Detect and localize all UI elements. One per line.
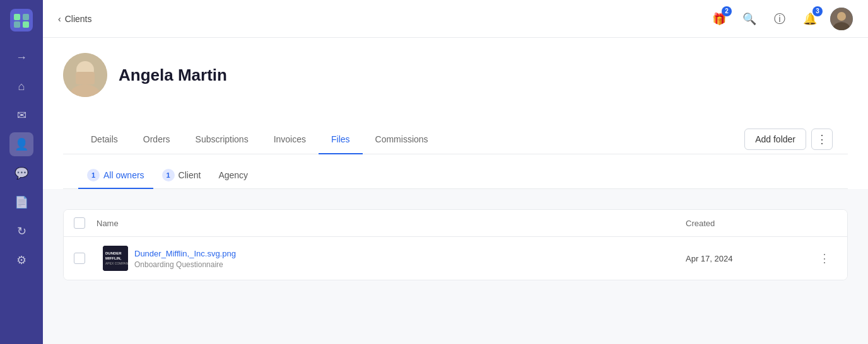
notifications-badge: 3 <box>812 6 823 16</box>
file-thumbnail: DUNDER MIFFLIN, APEX COMPANY <box>103 246 128 271</box>
sync-icon[interactable]: ↻ <box>9 219 33 243</box>
client-section: Angela Martin Details Orders Subscriptio… <box>43 38 868 189</box>
tab-details[interactable]: Details <box>78 125 131 154</box>
files-section: Name Created DUNDER MIFFLIN, APEX C <box>63 209 848 280</box>
tab-orders[interactable]: Orders <box>131 125 183 154</box>
svg-rect-11 <box>76 72 95 84</box>
client-badge: 1 <box>162 169 175 181</box>
gift-icon[interactable]: 🎁 2 <box>709 9 729 29</box>
file-info: Dunder_Mifflin,_Inc.svg.png Onboarding Q… <box>134 248 686 269</box>
tab-files[interactable]: Files <box>319 125 363 154</box>
docs-icon[interactable]: 📄 <box>9 190 33 214</box>
client-header: Angela Martin <box>63 53 848 110</box>
logo-icon[interactable] <box>9 8 34 33</box>
arrow-right-icon[interactable]: → <box>9 45 33 69</box>
tabs-actions: Add folder ⋮ <box>744 129 833 150</box>
svg-text:MIFFLIN,: MIFFLIN, <box>105 256 122 260</box>
chat-icon[interactable]: 💬 <box>9 161 33 185</box>
add-folder-button[interactable]: Add folder <box>744 129 806 150</box>
inbox-icon[interactable]: ✉ <box>9 103 33 127</box>
chevron-left-icon: ‹ <box>58 14 61 24</box>
file-date: Apr 17, 2024 <box>686 254 812 263</box>
sub-tab-client[interactable]: 1 Client <box>153 163 210 189</box>
user-avatar[interactable] <box>830 8 853 30</box>
header: ‹ Clients 🎁 2 🔍 ⓘ 🔔 3 <box>43 0 868 38</box>
sub-tab-agency[interactable]: Agency <box>209 164 257 188</box>
file-sub-label: Onboarding Questionnaire <box>134 260 686 269</box>
header-actions: 🎁 2 🔍 ⓘ 🔔 3 <box>709 8 853 30</box>
svg-rect-1 <box>14 14 20 20</box>
svg-rect-4 <box>23 21 29 28</box>
file-name[interactable]: Dunder_Mifflin,_Inc.svg.png <box>134 249 236 258</box>
tab-invoices[interactable]: Invoices <box>261 125 319 154</box>
settings-icon[interactable]: ⚙ <box>9 248 33 272</box>
select-all-checkbox[interactable] <box>74 217 97 229</box>
sub-tab-all-owners[interactable]: 1 All owners <box>78 163 153 189</box>
sidebar: → ⌂ ✉ 👤 💬 📄 ↻ ⚙ <box>0 0 43 344</box>
tab-subscriptions[interactable]: Subscriptions <box>183 125 261 154</box>
search-icon[interactable]: 🔍 <box>739 9 760 29</box>
notifications-icon[interactable]: 🔔 3 <box>800 9 820 29</box>
tabs-bar: Details Orders Subscriptions Invoices Fi… <box>63 125 848 154</box>
table-row: DUNDER MIFFLIN, APEX COMPANY Dunder_Miff… <box>64 237 847 280</box>
main-panel: ‹ Clients 🎁 2 🔍 ⓘ 🔔 3 <box>43 0 868 344</box>
help-icon[interactable]: ⓘ <box>770 9 790 29</box>
sub-tabs: 1 All owners 1 Client Agency <box>63 154 848 189</box>
gift-badge: 2 <box>722 6 732 16</box>
home-icon[interactable]: ⌂ <box>9 74 33 98</box>
all-owners-badge: 1 <box>87 169 100 181</box>
page-content: Angela Martin Details Orders Subscriptio… <box>43 38 868 344</box>
svg-rect-3 <box>14 21 20 28</box>
row-checkbox[interactable] <box>74 253 85 264</box>
clients-icon[interactable]: 👤 <box>9 132 33 156</box>
more-options-button[interactable]: ⋮ <box>811 129 833 150</box>
tab-commissions[interactable]: Commissions <box>363 125 441 154</box>
svg-rect-0 <box>10 9 33 32</box>
svg-text:APEX COMPANY: APEX COMPANY <box>105 261 128 265</box>
client-label: Client <box>179 170 201 180</box>
row-checkbox-container[interactable] <box>74 253 97 264</box>
all-owners-label: All owners <box>103 170 144 180</box>
svg-point-6 <box>837 12 846 21</box>
table-header: Name Created <box>64 210 847 237</box>
client-avatar <box>63 53 107 97</box>
tabs: Details Orders Subscriptions Invoices Fi… <box>78 125 744 154</box>
checkbox-all[interactable] <box>74 217 85 229</box>
back-link[interactable]: ‹ Clients <box>58 14 91 24</box>
back-label: Clients <box>65 14 92 24</box>
col-created-header: Created <box>686 219 812 228</box>
svg-text:DUNDER: DUNDER <box>105 251 122 255</box>
agency-label: Agency <box>218 170 248 180</box>
col-name-header: Name <box>97 219 686 228</box>
row-more-button[interactable]: ⋮ <box>812 251 837 265</box>
svg-rect-2 <box>23 14 29 20</box>
main-body: Name Created DUNDER MIFFLIN, APEX C <box>43 189 868 344</box>
client-name: Angela Martin <box>119 66 227 85</box>
